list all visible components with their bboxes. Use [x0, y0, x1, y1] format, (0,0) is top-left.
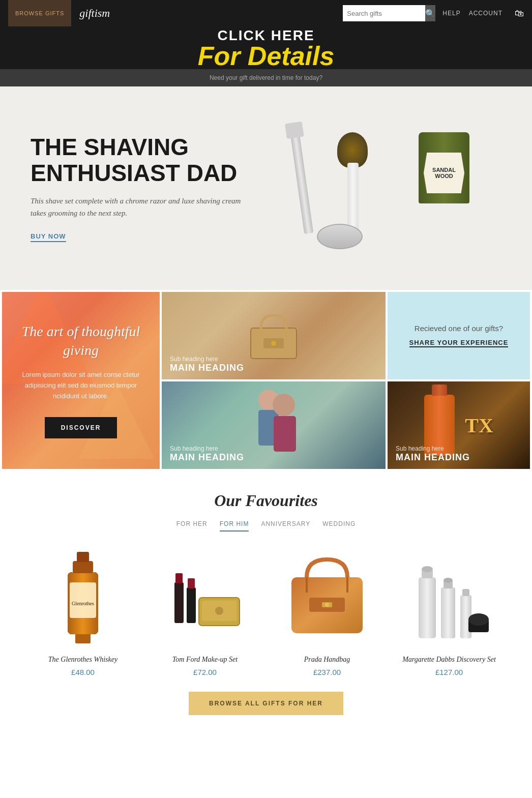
search-button[interactable]: 🔍: [425, 5, 435, 21]
bag-product-card[interactable]: Sub heading here MAIN HEADING: [162, 292, 386, 379]
razor-head: [285, 122, 304, 139]
svg-rect-17: [188, 578, 195, 588]
products-grid: Glenrothes The Glenrothes Whiskey £48.00: [10, 547, 522, 676]
grid-col-mid: Sub heading here MAIN HEADING Sub headin…: [162, 292, 386, 469]
discover-button[interactable]: DISCOVER: [45, 417, 117, 438]
hero-text: THE SHAVINGENTHUSIAST DAD This shave set…: [31, 134, 244, 242]
hero-section: THE SHAVINGENTHUSIAST DAD This shave set…: [0, 86, 532, 290]
handbag-price: £237.00: [271, 668, 383, 676]
handbag-product-image: [276, 547, 378, 648]
hero-title: THE SHAVINGENTHUSIAST DAD: [31, 134, 244, 186]
handbag-name: Prada Handbag: [271, 656, 383, 664]
for-details-text: For Details: [0, 43, 532, 69]
couple-product-card[interactable]: Sub heading here MAIN HEADING: [162, 381, 386, 469]
svg-point-29: [422, 566, 433, 572]
svg-rect-30: [441, 587, 455, 638]
handbag-svg: [281, 552, 373, 643]
svg-rect-12: [70, 582, 96, 618]
svg-rect-15: [175, 573, 183, 583]
svg-rect-7: [75, 633, 91, 643]
makeup-product-image: [154, 547, 256, 648]
svg-rect-10: [73, 561, 93, 573]
svg-point-32: [444, 578, 453, 583]
brush-handle: [347, 163, 359, 234]
whiskey-product-card[interactable]: TX Sub heading here MAIN HEADING: [388, 381, 530, 469]
razor-illustration: [289, 122, 313, 234]
whiskey-tx-label: TX: [465, 413, 493, 437]
promo-text: Need your gift delivered in time for tod…: [210, 74, 322, 81]
candle-label: SANDALWOOD: [424, 153, 464, 193]
art-desc: Lorem ipsum dolor sit amet conse ctetur …: [17, 370, 144, 401]
svg-point-20: [215, 607, 223, 615]
art-title: The art of thoughtful giving: [17, 322, 144, 360]
glenrothes-svg: Glenrothes: [63, 547, 103, 648]
bag-card-sub: Sub heading here: [170, 356, 377, 363]
click-here-text: CLICK HERE: [0, 28, 532, 43]
couple-card-overlay: Sub heading here MAIN HEADING: [162, 439, 386, 469]
account-link[interactable]: ACCOUNT: [469, 10, 503, 17]
gift-received-card: Recieved one of our gifts? SHARE YOUR EX…: [388, 292, 530, 379]
whiskey-card-main: MAIN HEADING: [396, 452, 522, 463]
product-item-handbag[interactable]: Prada Handbag £237.00: [271, 547, 383, 676]
hero-illustration: SANDALWOOD: [266, 112, 480, 264]
art-card: The art of thoughtful giving Lorem ipsum…: [2, 292, 160, 469]
search-input[interactable]: [347, 10, 423, 17]
svg-point-2: [271, 341, 276, 346]
share-experience-link[interactable]: SHARE YOUR EXPERIENCE: [409, 339, 509, 347]
whiskey-card-overlay: Sub heading here MAIN HEADING: [388, 439, 530, 469]
svg-rect-34: [462, 589, 469, 596]
favourites-title: Our Favourites: [10, 491, 522, 510]
bag-card-main: MAIN HEADING: [170, 363, 377, 373]
click-banner[interactable]: CLICK HERE For Details: [0, 26, 532, 69]
hero-description: This shave set complete with a chrome ra…: [31, 195, 244, 219]
svg-point-24: [325, 603, 329, 607]
browse-all-button[interactable]: BROWSE ALL GIFTS FOR HER: [189, 692, 343, 715]
grid-col-right: Recieved one of our gifts? SHARE YOUR EX…: [388, 292, 530, 469]
favourites-section: Our Favourites FOR HER FOR HIM ANNIVERSA…: [0, 471, 532, 730]
tab-wedding[interactable]: WEDDING: [322, 520, 356, 531]
tab-for-him[interactable]: FOR HIM: [220, 520, 249, 531]
site-logo[interactable]: giftism: [79, 7, 110, 20]
whiskey-name: The Glenrothes Whiskey: [27, 656, 139, 664]
bag-card-overlay: Sub heading here MAIN HEADING: [162, 349, 386, 379]
grid-section: The art of thoughtful giving Lorem ipsum…: [0, 290, 532, 471]
bowl-illustration: [317, 224, 363, 249]
tab-anniversary[interactable]: ANNIVERSARY: [261, 520, 310, 531]
makeup-name: Tom Ford Make-up Set: [149, 656, 261, 664]
gift-text: Recieved one of our gifts?: [415, 324, 503, 333]
product-item-makeup[interactable]: Tom Ford Make-up Set £72.00: [149, 547, 261, 676]
header-links: HELP ACCOUNT 🛍: [442, 8, 524, 19]
whiskey-product-image: Glenrothes: [32, 547, 134, 648]
couple-card-main: MAIN HEADING: [170, 452, 377, 463]
tab-for-her[interactable]: FOR HER: [176, 520, 208, 531]
product-item-skincare[interactable]: Margarette Dabbs Discovery Set £127.00: [393, 547, 505, 676]
whiskey-card-sub: Sub heading here: [396, 445, 522, 452]
favourites-tabs: FOR HER FOR HIM ANNIVERSARY WEDDING: [10, 520, 522, 531]
svg-rect-27: [419, 577, 436, 638]
skincare-name: Margarette Dabbs Discovery Set: [393, 656, 505, 664]
svg-point-37: [468, 613, 489, 626]
skincare-price: £127.00: [393, 668, 505, 676]
svg-point-5: [273, 394, 295, 416]
grid-col-left: The art of thoughtful giving Lorem ipsum…: [2, 292, 160, 469]
svg-rect-16: [187, 587, 196, 623]
product-item-whiskey[interactable]: Glenrothes The Glenrothes Whiskey £48.00: [27, 547, 139, 676]
skincare-product-image: [398, 547, 500, 648]
browse-gifts-button[interactable]: BROWSE GIFTS: [8, 0, 71, 26]
search-box: 🔍: [343, 5, 434, 21]
makeup-svg: [164, 552, 246, 643]
svg-rect-11: [77, 552, 89, 562]
buy-now-link[interactable]: BUY NOW: [31, 232, 66, 242]
hero-image: SANDALWOOD: [244, 107, 501, 270]
svg-text:Glenrothes: Glenrothes: [72, 601, 94, 606]
skincare-svg: [403, 547, 495, 648]
couple-card-sub: Sub heading here: [170, 445, 377, 452]
whiskey-price: £48.00: [27, 668, 139, 676]
svg-rect-14: [174, 582, 184, 623]
makeup-price: £72.00: [149, 668, 261, 676]
promo-bar: Need your gift delivered in time for tod…: [0, 69, 532, 86]
help-link[interactable]: HELP: [442, 10, 460, 17]
cart-icon[interactable]: 🛍: [515, 8, 524, 19]
site-header: BROWSE GIFTS giftism 🔍 HELP ACCOUNT 🛍: [0, 0, 532, 26]
